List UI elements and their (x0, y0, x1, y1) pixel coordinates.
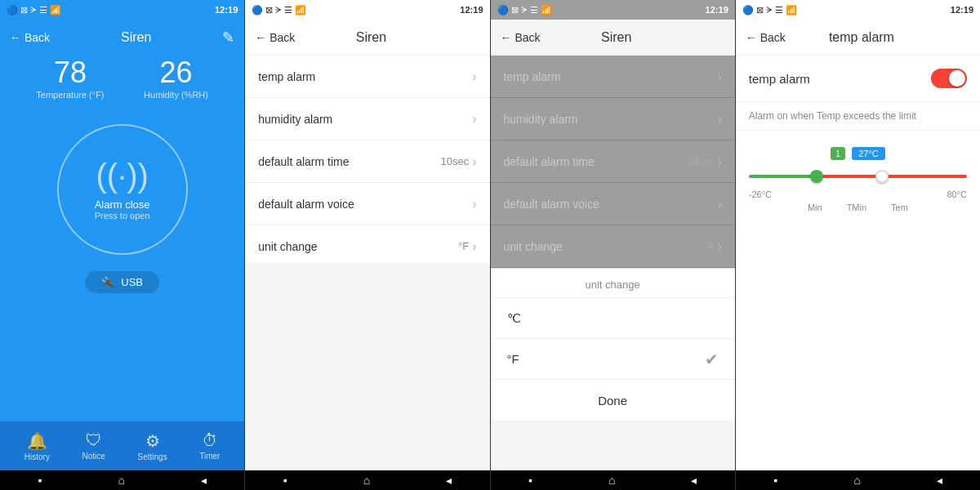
humidity-value: 26 (144, 56, 208, 90)
sheet-option-celsius[interactable]: ℃ (491, 298, 735, 339)
status-bar-3: 🔵 ⊠ ᗒ ☰ 📶 12:19 (491, 0, 735, 20)
panel-siren-sheet: 🔵 ⊠ ᗒ ☰ 📶 12:19 ← Back Siren temp alarm … (491, 0, 735, 490)
menu-item-unit-change-3: unit change °F › (491, 225, 735, 268)
siren-content: ((·)) Alarm close Press to open 🔌 USB (0, 108, 244, 421)
edit-icon-1[interactable]: ✎ (222, 29, 234, 47)
menu-item-default-time-value-3: 10sec (686, 155, 715, 167)
slider-thumb-max[interactable] (875, 170, 889, 183)
menu-item-unit-change-2[interactable]: unit change °F › (245, 225, 489, 263)
sheet-done-label: Done (598, 394, 627, 408)
page-title-3: Siren (541, 30, 693, 45)
square-icon-2: ▪ (283, 474, 287, 487)
status-bar-2: 🔵 ⊠ ᗒ ☰ 📶 12:19 (245, 0, 489, 20)
menu-item-unit-value-2: °F (458, 240, 469, 252)
temperature-block: 78 Temperature (°F) (36, 56, 104, 100)
back-label-1: Back (24, 31, 50, 44)
slider-range-labels: -26°C 80°C (749, 189, 967, 199)
settings-label: Settings (138, 452, 167, 461)
temperature-label: Temperature (°F) (36, 90, 104, 100)
home-bar-1: ▪ ⌂ ◂ (0, 470, 244, 490)
bt-icon-3: 🔵 (497, 5, 509, 16)
marker-min: Min (808, 203, 822, 212)
slider-section: 1 27°C -26°C 80°C Min TMin Tem (736, 131, 980, 220)
home-bar-4: ▪ ⌂ ◂ (736, 470, 980, 490)
back-arrow-3: ← (501, 31, 512, 44)
slider-thumb-min[interactable] (810, 170, 823, 183)
menu-list-2: temp alarm › humidity alarm › default al… (245, 56, 489, 263)
nav-timer[interactable]: ⏱ Timer (199, 431, 220, 461)
chevron-icon-1-2: › (472, 112, 476, 127)
alarm-sub-text: Press to open (95, 211, 150, 220)
nav-notice[interactable]: 🛡 Notice (82, 431, 105, 461)
temp-alarm-content: temp alarm Alarm on when Temp exceeds th… (736, 56, 980, 263)
home-icon-3: ⌂ (608, 474, 615, 487)
nav-settings[interactable]: ⚙ Settings (138, 431, 167, 461)
signal-icons-2: ⊠ ᗒ ☰ 📶 (265, 5, 306, 16)
chevron-icon-2-2: › (472, 154, 476, 169)
nav-history[interactable]: 🔔 History (24, 431, 50, 461)
chevron-icon-4-2: › (472, 239, 476, 254)
back-button-1[interactable]: ← Back (10, 31, 50, 44)
notice-label: Notice (82, 452, 105, 461)
chevron-icon-0-2: › (472, 69, 476, 84)
menu-item-default-time-2[interactable]: default alarm time 10sec › (245, 140, 489, 183)
signal-icons: ⊠ ᗒ ☰ 📶 (20, 5, 61, 16)
slider-fill-right (814, 175, 967, 178)
siren-waves-icon: ((·)) (96, 159, 148, 192)
slider-badge-min: 1 (831, 147, 845, 160)
nav-bar-2: ← Back Siren (245, 20, 489, 56)
menu-item-alarm-voice-2[interactable]: default alarm voice › (245, 183, 489, 225)
back-gesture-4: ◂ (937, 474, 942, 487)
usb-icon: 🔌 (101, 276, 114, 288)
settings-icon: ⚙ (145, 431, 160, 451)
slider-badge-max: 27°C (852, 147, 885, 160)
home-bar-2: ▪ ⌂ ◂ (245, 470, 489, 490)
nav-bar-3: ← Back Siren (491, 20, 735, 56)
toggle-knob (949, 70, 965, 87)
menu-item-humidity-label-2: humidity alarm (258, 113, 472, 126)
menu-item-humidity-alarm-2[interactable]: humidity alarm › (245, 98, 489, 140)
history-icon: 🔔 (27, 431, 47, 451)
chevron-icon-3-2: › (472, 197, 476, 212)
nav-bar-1: ← Back Siren ✎ (0, 20, 244, 56)
back-arrow-4: ← (746, 31, 757, 44)
status-icons-2: 🔵 ⊠ ᗒ ☰ 📶 (252, 5, 306, 16)
sheet-done-button[interactable]: Done (491, 380, 735, 421)
menu-item-temp-alarm-3: temp alarm › (491, 56, 735, 98)
status-bar-1: 🔵 ⊠ ᗒ ☰ 📶 12:19 (0, 0, 244, 20)
siren-circle[interactable]: ((·)) Alarm close Press to open (57, 124, 188, 255)
back-gesture-1: ◂ (201, 474, 207, 487)
page-title-2: Siren (295, 30, 447, 45)
panel-temp-alarm: 🔵 ⊠ ᗒ ☰ 📶 12:19 ← Back temp alarm temp a… (736, 0, 980, 490)
panel-siren-main: 🔵 ⊠ ᗒ ☰ 📶 12:19 ← Back Siren ✎ 78 Temper… (0, 0, 244, 490)
home-icon-1: ⌂ (118, 474, 124, 487)
notice-icon: 🛡 (86, 431, 102, 450)
humidity-label: Humidity (%RH) (144, 90, 208, 100)
menu-overlay: temp alarm › humidity alarm › default al… (491, 56, 735, 268)
status-icons-1: 🔵 ⊠ ᗒ ☰ 📶 (7, 5, 61, 16)
alarm-toggle-switch[interactable] (931, 69, 967, 88)
marker-tem: Tem (891, 203, 908, 212)
chevron-icon-2-3: › (717, 154, 721, 169)
back-arrow-2: ← (255, 31, 266, 44)
menu-item-default-time-3: default alarm time 10sec › (491, 140, 735, 183)
slider-marker-labels: Min TMin Tem (749, 203, 967, 212)
back-arrow-1: ← (10, 31, 21, 44)
menu-item-unit-change-label-2: unit change (258, 240, 458, 253)
usb-section: 🔌 USB (85, 271, 159, 293)
slider-track-container (749, 168, 967, 185)
menu-item-temp-alarm-2[interactable]: temp alarm › (245, 56, 489, 98)
page-title-4: temp alarm (786, 30, 938, 45)
panel-siren-menu: 🔵 ⊠ ᗒ ☰ 📶 12:19 ← Back Siren temp alarm … (245, 0, 489, 490)
sheet-option-fahrenheit[interactable]: °F ✔ (491, 339, 735, 380)
history-label: History (24, 452, 50, 461)
back-button-2[interactable]: ← Back (255, 31, 295, 44)
status-bar-4: 🔵 ⊠ ᗒ ☰ 📶 12:19 (736, 0, 980, 20)
back-gesture-3: ◂ (691, 474, 697, 487)
back-button-3[interactable]: ← Back (501, 31, 541, 44)
menu-item-unit-change-label-3: unit change (504, 240, 704, 253)
bottom-sheet: unit change ℃ °F ✔ Done (491, 268, 735, 421)
bt-icon-2: 🔵 (252, 5, 263, 16)
back-button-4[interactable]: ← Back (746, 31, 786, 44)
menu-item-temp-alarm-label-2: temp alarm (258, 70, 472, 83)
